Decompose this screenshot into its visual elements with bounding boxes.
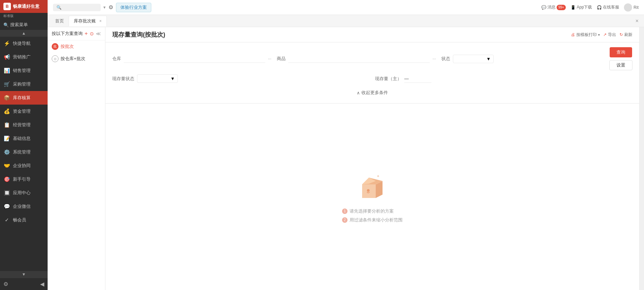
app-logo: B <box>3 3 11 10</box>
tab-inventory-batch[interactable]: 库存批次账 × <box>69 16 107 26</box>
warehouse-input[interactable] <box>124 55 265 63</box>
sidebar-item-label: 营销推广 <box>13 54 31 60</box>
sidebar-item-operations[interactable]: 📋 经营管理 <box>0 118 48 132</box>
sidebar-item-label: 应用中心 <box>13 190 31 196</box>
topbar-dropdown-icon[interactable]: ▾ <box>103 5 106 10</box>
message-btn[interactable]: 💬 消息 99+ <box>541 4 566 10</box>
sidebar-item-sales[interactable]: 📊 销售管理 <box>0 64 48 77</box>
empty-illustration: ✦ ✦ <box>355 171 389 201</box>
sidebar-item-inventory[interactable]: 📦 库存核算 <box>0 91 48 105</box>
scheme-by-batch[interactable]: 批 按批次 <box>48 40 105 53</box>
warehouse-more[interactable]: ··· <box>268 56 271 61</box>
tip-2-text: 用过滤条件来缩小分析范围 <box>350 217 403 223</box>
inventory-status-arrow-icon: ▼ <box>170 76 175 81</box>
topbar-right: 💬 消息 99+ 📱 App下载 🎧 在线客服 Rit <box>541 3 639 12</box>
user-name: Rit <box>633 5 639 10</box>
print-icon: 🖨 <box>571 32 575 37</box>
svg-text:✦: ✦ <box>381 180 383 183</box>
collapse-panel-icon[interactable]: ≪ <box>96 31 101 36</box>
sidebar-item-system[interactable]: ⚙️ 系统管理 <box>0 145 48 159</box>
sidebar-item-wechat[interactable]: 💬 企业微信 <box>0 200 48 213</box>
sidebar-scroll-down[interactable]: ▼ <box>0 271 48 278</box>
sidebar: B 畅康通好生意 标准版 🔍 搜索菜单 ▲ ⚡ 快捷导航 📢 营销推广 📊 销售… <box>0 0 48 290</box>
empty-tip-1: 1 请先选择要分析的方案 <box>342 208 403 214</box>
left-panel-title: 按以下方案查询 <box>52 31 83 37</box>
tab-close-icon[interactable]: × <box>99 19 102 23</box>
topbar-search-area[interactable]: 🔍 <box>53 4 101 11</box>
filter-area: 仓库 ··· 商品 ··· 状态 ▼ <box>105 42 639 104</box>
avatar <box>624 3 632 12</box>
right-scrollbar[interactable] <box>639 27 644 290</box>
product-input[interactable] <box>288 55 430 63</box>
tab-home[interactable]: 首页 <box>50 16 69 26</box>
tabbar-right: × <box>633 18 641 24</box>
add-scheme-icon[interactable]: + <box>85 31 88 37</box>
basic-icon: 📝 <box>3 135 10 142</box>
sidebar-item-member[interactable]: ✓ 畅会员 <box>0 213 48 227</box>
sidebar-item-finance[interactable]: 💰 资金管理 <box>0 105 48 118</box>
empty-tips: 1 请先选择要分析的方案 2 用过滤条件来缩小分析范围 <box>342 208 403 223</box>
print-label: 按模板打印 <box>576 32 597 38</box>
newbie-icon: 🎯 <box>3 176 10 183</box>
scheme-settings-icon[interactable]: ⊙ <box>90 31 94 36</box>
tip-1-num: 1 <box>342 209 348 214</box>
inventory-status-select[interactable]: ▼ <box>137 74 178 83</box>
tip-1-text: 请先选择要分析的方案 <box>350 208 394 214</box>
print-btn[interactable]: 🖨 按模板打印 ▾ <box>571 32 600 38</box>
export-btn[interactable]: ↗ 导出 <box>603 32 616 38</box>
message-badge: 99+ <box>557 5 566 10</box>
sidebar-item-marketing[interactable]: 📢 营销推广 <box>0 50 48 64</box>
service-label: 在线客服 <box>603 4 619 10</box>
warehouse-label: 仓库 <box>112 56 121 62</box>
experience-btn[interactable]: 体验行业方案 <box>116 3 151 12</box>
sidebar-search[interactable]: 🔍 搜索菜单 <box>0 20 48 30</box>
right-content: 现存量查询(按批次) 🖨 按模板打印 ▾ ↗ 导出 ↻ 刷新 <box>105 27 639 290</box>
query-btn[interactable]: 查询 <box>610 47 632 57</box>
sidebar-item-newbie[interactable]: 🎯 新手引导 <box>0 173 48 186</box>
sidebar-nav: ⚡ 快捷导航 📢 营销推广 📊 销售管理 🛒 采购管理 📦 库存核算 💰 资金管… <box>0 37 48 271</box>
collapse-filters-btn[interactable]: ∧ 收起更多条件 <box>112 87 632 98</box>
sidebar-item-apps[interactable]: 🔲 应用中心 <box>0 186 48 200</box>
filter-row-1: 仓库 ··· 商品 ··· 状态 ▼ <box>112 47 632 70</box>
service-btn[interactable]: 🎧 在线客服 <box>597 4 619 10</box>
sidebar-item-enterprise[interactable]: 🤝 企业协同 <box>0 159 48 173</box>
print-dropdown-icon[interactable]: ▾ <box>598 33 600 37</box>
sidebar-item-purchase[interactable]: 🛒 采购管理 <box>0 77 48 91</box>
member-icon: ✓ <box>3 217 10 223</box>
scheme-by-warehouse-batch[interactable]: ⊙ 按仓库+批次 <box>48 53 105 65</box>
settings-icon[interactable]: ⚙ <box>3 281 8 287</box>
sidebar-item-label: 采购管理 <box>13 81 31 87</box>
marketing-icon: 📢 <box>3 54 10 60</box>
topbar: 🔍 ▾ ⚙ 体验行业方案 💬 消息 99+ 📱 App下载 🎧 在线客服 <box>48 0 644 15</box>
topbar-gear-icon[interactable]: ⚙ <box>108 4 113 11</box>
inventory-icon: 📦 <box>3 94 10 101</box>
left-panel-header: 按以下方案查询 + ⊙ ≪ <box>48 27 105 40</box>
sidebar-item-label: 销售管理 <box>13 68 31 74</box>
sidebar-item-label: 系统管理 <box>13 149 31 155</box>
scheme-active-icon: 批 <box>52 43 58 50</box>
sidebar-item-quick-nav[interactable]: ⚡ 快捷导航 <box>0 37 48 50</box>
export-icon: ↗ <box>603 32 607 37</box>
user-menu[interactable]: Rit <box>624 3 639 12</box>
sidebar-scroll-up[interactable]: ▲ <box>0 30 48 37</box>
tab-bar-close-icon[interactable]: × <box>633 18 641 24</box>
search-label: 搜索菜单 <box>10 22 28 28</box>
svg-point-4 <box>367 189 370 192</box>
scheme-by-warehouse-batch-label: 按仓库+批次 <box>61 56 85 62</box>
sidebar-item-basic[interactable]: 📝 基础信息 <box>0 132 48 145</box>
collapse-sidebar-icon[interactable]: ◀ <box>40 281 44 287</box>
product-more[interactable]: ··· <box>433 56 436 61</box>
status-select[interactable]: ▼ <box>453 55 494 63</box>
refresh-btn[interactable]: ↻ 刷新 <box>620 32 632 38</box>
sidebar-item-label: 资金管理 <box>13 108 31 114</box>
svg-text:✦: ✦ <box>376 174 380 179</box>
app-download-btn[interactable]: 📱 App下载 <box>571 4 592 10</box>
export-label: 导出 <box>608 32 616 38</box>
sales-icon: 📊 <box>3 67 10 74</box>
status-filter: 状态 ▼ <box>441 55 600 63</box>
collapse-icon: ∧ <box>357 90 360 95</box>
sidebar-item-label: 企业协同 <box>13 163 31 169</box>
refresh-icon: ↻ <box>620 32 623 37</box>
apps-icon: 🔲 <box>3 189 10 196</box>
settings-btn[interactable]: 设置 <box>609 60 632 70</box>
